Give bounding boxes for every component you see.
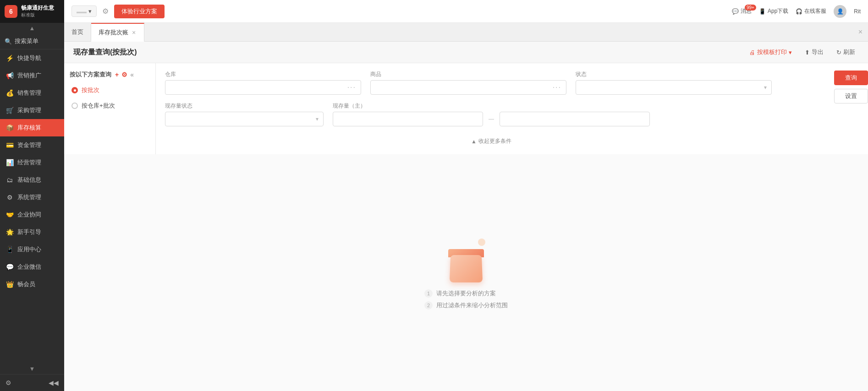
page-title: 现存量查询(按批次) — [73, 48, 137, 57]
filter-form: 仓库 ··· 商品 ··· — [156, 63, 827, 154]
sidebar-item-app-center[interactable]: 📱 应用中心 — [0, 241, 64, 258]
filter-sidebar-title: 按以下方案查询 — [70, 71, 111, 79]
filter-option-radio-warehouse-batch — [71, 103, 78, 109]
topbar-dropdown[interactable]: ▬▬ ▾ — [71, 5, 97, 17]
stock-status-select[interactable]: ▾ — [165, 112, 324, 126]
app-download-label: App下载 — [768, 7, 788, 15]
warehouse-input-wrap[interactable]: ··· — [165, 80, 361, 95]
service-icon: 🎧 — [796, 8, 802, 15]
stock-qty-range: — — [333, 112, 650, 126]
online-service-action[interactable]: 🎧 在线客服 — [796, 7, 826, 15]
warehouse-label: 仓库 — [165, 71, 361, 78]
app-download-action[interactable]: 📱 App下载 — [759, 7, 788, 15]
sidebar-item-inventory[interactable]: 📦 库存核算 — [0, 119, 64, 136]
online-service-label: 在线客服 — [804, 7, 826, 15]
topbar-gear-icon[interactable]: ⚙ — [100, 5, 110, 17]
export-btn[interactable]: ⬆ 导出 — [801, 46, 827, 58]
username-label[interactable]: Rit — [854, 8, 861, 15]
main-area: ▬▬ ▾ ⚙ 体验行业方案 💬 消息 99+ 📱 App下载 🎧 在线客服 👤 — [64, 0, 868, 391]
collapse-conditions-btn[interactable]: ▲ 收起更多条件 — [165, 134, 818, 147]
sidebar-item-sales[interactable]: 💰 销售管理 — [0, 84, 64, 102]
filter-option-batch-label: 按批次 — [82, 86, 99, 94]
tab-inventory-batch[interactable]: 库存批次账 × — [91, 23, 144, 42]
topbar-left: ▬▬ ▾ ⚙ 体验行业方案 — [71, 5, 727, 18]
hint-num-1: 1 — [424, 289, 433, 298]
warehouse-field: 仓库 ··· — [165, 71, 361, 95]
page-header: 现存量查询(按批次) 🖨 按模板打印 ▾ ⬆ 导出 ↻ 刷新 — [64, 42, 868, 63]
filter-option-warehouse-batch[interactable]: 按仓库+批次 — [64, 98, 155, 114]
status-chevron-icon: ▾ — [764, 84, 767, 91]
sidebar-nav: 🔍 搜索菜单 ⚡ 快捷导航 📢 营销推广 💰 销售管理 🛒 采购管理 📦 库存核… — [0, 33, 64, 364]
warehouse-dots-icon[interactable]: ··· — [347, 83, 356, 92]
stock-qty-label: 现存量（主） — [333, 102, 650, 110]
status-select[interactable]: ▾ — [576, 80, 772, 95]
sidebar-item-member[interactable]: 👑 畅会员 — [0, 276, 64, 293]
query-btn[interactable]: 查询 — [834, 71, 868, 85]
empty-sparkle — [478, 239, 485, 246]
settings-icon[interactable]: ⚙ — [5, 379, 11, 386]
app-name: 畅康通好生意 — [21, 5, 54, 12]
sidebar-search[interactable]: 🔍 搜索菜单 — [0, 33, 64, 49]
filter-form-wrap: 仓库 ··· 商品 ··· — [156, 63, 827, 154]
filter-sidebar-icons: + ⚙ « — [115, 71, 134, 78]
close-all-icon: × — [858, 28, 863, 36]
hint-text-2: 用过滤条件来缩小分析范围 — [436, 301, 508, 310]
filter-sidebar-header: 按以下方案查询 + ⚙ « — [64, 69, 155, 82]
tab-close-btn[interactable]: × — [131, 29, 137, 36]
sidebar-item-marketing[interactable]: 📢 营销推广 — [0, 67, 64, 84]
product-field: 商品 ··· — [370, 71, 566, 95]
sidebar-item-label: 采购管理 — [17, 106, 41, 114]
sidebar-item-newbie[interactable]: 🌟 新手引导 — [0, 223, 64, 241]
status-label: 状态 — [576, 71, 772, 78]
stock-qty-max-wrap[interactable] — [500, 112, 650, 126]
content-area: 现存量查询(按批次) 🖨 按模板打印 ▾ ⬆ 导出 ↻ 刷新 — [64, 42, 868, 391]
close-all-tabs-btn[interactable]: × — [853, 28, 868, 36]
sidebar-item-label: 经营管理 — [17, 158, 41, 167]
sidebar-item-purchase[interactable]: 🛒 采购管理 — [0, 102, 64, 119]
sidebar-item-finance[interactable]: 💳 资金管理 — [0, 136, 64, 154]
export-label: 导出 — [812, 48, 824, 56]
sidebar-item-label: 畅会员 — [17, 280, 35, 288]
purchase-icon: 🛒 — [5, 106, 14, 114]
product-input[interactable] — [375, 84, 551, 91]
sidebar-item-label: 资金管理 — [17, 141, 41, 149]
settings-scheme-icon[interactable]: ⚙ — [121, 71, 127, 78]
hint-num-2: 2 — [424, 301, 433, 310]
export-icon: ⬆ — [805, 49, 810, 56]
user-avatar[interactable]: 👤 — [834, 5, 846, 18]
warehouse-input[interactable] — [170, 84, 346, 91]
app-title-block: 畅康通好生意 标准版 — [21, 5, 54, 18]
sidebar-item-quick-nav[interactable]: ⚡ 快捷导航 — [0, 49, 64, 67]
stock-qty-min-input[interactable] — [338, 116, 478, 123]
tabbar: 首页 库存批次账 × × — [64, 23, 868, 42]
product-input-wrap[interactable]: ··· — [370, 80, 566, 95]
app-center-icon: 📱 — [5, 245, 14, 254]
settings-btn[interactable]: 设置 — [834, 89, 868, 103]
stock-qty-max-input[interactable] — [505, 116, 645, 123]
app-logo: 6 — [5, 5, 17, 18]
stock-qty-min-wrap[interactable] — [333, 112, 483, 126]
add-scheme-icon[interactable]: + — [115, 71, 119, 78]
collapse-sidebar-icon[interactable]: ◀◀ — [49, 379, 59, 386]
sidebar-item-operations[interactable]: 📊 经营管理 — [0, 154, 64, 171]
sidebar-item-enterprise-wechat[interactable]: 💬 企业微信 — [0, 258, 64, 276]
sidebar-item-label: 应用中心 — [17, 245, 41, 254]
sidebar-item-label: 企业微信 — [17, 263, 41, 271]
experience-btn[interactable]: 体验行业方案 — [114, 5, 165, 18]
refresh-btn[interactable]: ↻ 刷新 — [833, 46, 859, 58]
message-action[interactable]: 💬 消息 99+ — [732, 7, 752, 15]
sidebar-item-system[interactable]: ⚙ 系统管理 — [0, 189, 64, 206]
print-icon: 🖨 — [749, 49, 755, 56]
sidebar-scroll-up[interactable]: ▲ — [0, 23, 64, 33]
marketing-icon: 📢 — [5, 71, 14, 80]
sidebar-scroll-down[interactable]: ▼ — [0, 364, 64, 374]
tab-home[interactable]: 首页 — [64, 23, 91, 41]
collapse-scheme-icon[interactable]: « — [130, 71, 134, 78]
sidebar-item-basic-info[interactable]: 🗂 基础信息 — [0, 171, 64, 189]
search-label: 搜索菜单 — [15, 37, 38, 45]
sidebar-item-enterprise[interactable]: 🤝 企业协同 — [0, 206, 64, 223]
product-dots-icon[interactable]: ··· — [553, 83, 561, 92]
phone-icon: 📱 — [759, 8, 766, 15]
filter-option-batch[interactable]: 按批次 — [64, 82, 155, 98]
print-btn[interactable]: 🖨 按模板打印 ▾ — [746, 46, 796, 58]
